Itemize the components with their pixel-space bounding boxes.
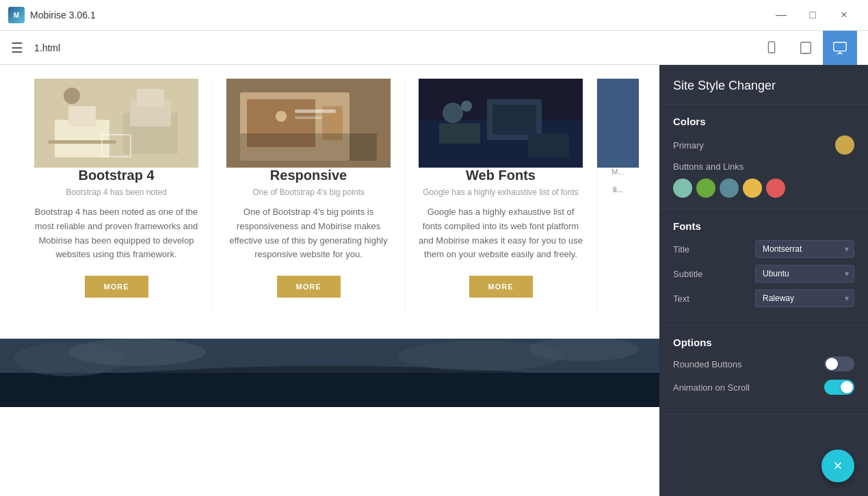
text-font-row: Text Raleway Roboto Open Sans: [673, 289, 854, 307]
buttons-links-row: Buttons and Links: [673, 161, 854, 172]
fonts-section-title: Fonts: [673, 220, 854, 232]
maximize-button[interactable]: □: [797, 0, 828, 31]
card-text-webfonts: Google has a highly exhaustive list of f…: [419, 205, 583, 262]
card-image-webfonts: [419, 79, 583, 168]
svg-point-27: [443, 103, 463, 123]
svg-point-36: [68, 339, 206, 366]
svg-rect-29: [439, 123, 480, 144]
card-subtitle-bootstrap: Bootstrap 4 has been noted: [66, 187, 166, 197]
svg-rect-13: [137, 89, 164, 106]
title-font-select[interactable]: Montserrat Roboto Open Sans Lato: [755, 240, 854, 258]
animation-scroll-thumb: [841, 381, 853, 393]
text-font-select-wrapper: Raleway Roboto Open Sans: [755, 289, 854, 307]
card-image-fourth: [597, 79, 639, 168]
app-title: Mobirise 3.06.1: [30, 10, 96, 21]
svg-rect-22: [295, 116, 322, 119]
card-bootstrap: Bootstrap 4 Bootstrap 4 has been noted B…: [21, 79, 213, 311]
card-title-bootstrap: Bootstrap 4: [78, 168, 154, 183]
svg-point-20: [276, 111, 287, 122]
animation-scroll-track: [824, 380, 854, 395]
animation-scroll-row: Animation on Scroll: [673, 380, 854, 395]
side-panel: Site Style Changer Colors Primary Button…: [659, 65, 868, 496]
svg-point-1: [771, 51, 772, 52]
card-subtitle-webfonts: Google has a highly exhaustive list of f…: [423, 187, 578, 197]
title-font-row: Title Montserrat Roboto Open Sans Lato: [673, 240, 854, 258]
svg-point-28: [461, 101, 472, 112]
svg-point-14: [64, 88, 80, 104]
primary-color-row: Primary: [673, 135, 854, 155]
svg-rect-30: [528, 133, 569, 157]
tablet-view-button[interactable]: [789, 31, 823, 65]
rounded-buttons-thumb: [826, 358, 838, 370]
svg-rect-10: [48, 140, 116, 144]
rounded-buttons-toggle[interactable]: [824, 356, 854, 371]
bottom-section: [0, 339, 659, 407]
card-subtitle-fourth: M...: [611, 168, 624, 176]
svg-rect-2: [801, 42, 811, 53]
text-font-select[interactable]: Raleway Roboto Open Sans: [755, 289, 854, 307]
svg-rect-31: [597, 79, 639, 168]
svg-rect-34: [0, 373, 659, 407]
card-subtitle-responsive: One of Bootstrap 4's big points: [252, 187, 365, 197]
svg-rect-19: [240, 133, 377, 161]
rounded-buttons-row: Rounded Buttons: [673, 356, 854, 371]
color-swatch-gold[interactable]: [743, 179, 762, 198]
title-bar: M Mobirise 3.06.1 — □ ×: [0, 0, 868, 31]
color-swatch-red[interactable]: [766, 179, 785, 198]
svg-rect-26: [492, 105, 536, 135]
cards-section: Bootstrap 4 Bootstrap 4 has been noted B…: [0, 65, 659, 339]
card-webfonts: Web Fonts Google has a highly exhaustive…: [405, 79, 597, 311]
card-text-fourth: li...: [613, 184, 622, 298]
title-bar-left: M Mobirise 3.06.1: [8, 7, 96, 23]
rounded-buttons-track: [824, 356, 854, 371]
card-button-bootstrap[interactable]: MORE: [85, 276, 148, 298]
card-button-responsive[interactable]: MORE: [277, 276, 341, 298]
color-swatch-teal[interactable]: [673, 179, 692, 198]
colors-section: Colors Primary Buttons and Links: [659, 105, 868, 209]
subtitle-font-select[interactable]: Ubuntu Roboto Open Sans: [755, 265, 854, 283]
subtitle-font-label: Subtitle: [673, 269, 702, 279]
card-button-webfonts[interactable]: MORE: [469, 276, 533, 298]
toolbar: ☰ 1.html: [0, 31, 868, 65]
primary-color-swatch[interactable]: [835, 135, 854, 155]
card-title-webfonts: Web Fonts: [466, 168, 536, 183]
color-swatch-slate[interactable]: [720, 179, 739, 198]
card-image-responsive: [226, 79, 391, 168]
mobile-view-button[interactable]: [754, 31, 789, 65]
animation-scroll-label: Animation on Scroll: [673, 382, 750, 393]
primary-color-label: Primary: [673, 140, 704, 151]
color-swatch-green[interactable]: [696, 179, 715, 198]
fonts-section: Fonts Title Montserrat Roboto Open Sans …: [659, 209, 868, 326]
file-name: 1.html: [34, 42, 744, 53]
panel-header: Site Style Changer: [659, 65, 868, 105]
close-button[interactable]: ×: [828, 0, 860, 31]
subtitle-font-row: Subtitle Ubuntu Roboto Open Sans: [673, 265, 854, 283]
device-icons: [754, 31, 857, 65]
app-icon: M: [8, 7, 25, 23]
subtitle-font-select-wrapper: Ubuntu Roboto Open Sans: [755, 265, 854, 283]
options-section-title: Options: [673, 337, 854, 348]
text-font-label: Text: [673, 293, 689, 304]
desktop-view-button[interactable]: [823, 31, 857, 65]
animation-scroll-toggle[interactable]: [824, 380, 854, 395]
svg-point-3: [805, 52, 806, 53]
card-responsive: Responsive One of Bootstrap 4's big poin…: [213, 79, 405, 311]
title-font-label: Title: [673, 244, 689, 254]
svg-rect-9: [68, 106, 96, 127]
content-area: Bootstrap 4 Bootstrap 4 has been noted B…: [0, 65, 659, 496]
svg-rect-4: [834, 42, 846, 51]
svg-rect-21: [295, 109, 336, 113]
minimize-button[interactable]: —: [765, 0, 797, 31]
card-fourth: M... li...: [597, 79, 639, 311]
main-layout: Bootstrap 4 Bootstrap 4 has been noted B…: [0, 65, 868, 496]
panel-title: Site Style Changer: [673, 79, 776, 92]
buttons-links-label: Buttons and Links: [673, 161, 744, 172]
card-text-responsive: One of Bootstrap 4's big points is respo…: [226, 205, 391, 262]
colors-section-title: Colors: [673, 116, 854, 127]
hamburger-icon[interactable]: ☰: [11, 40, 23, 56]
card-image-bootstrap: [34, 79, 198, 168]
rounded-buttons-label: Rounded Buttons: [673, 359, 741, 369]
title-bar-controls: — □ ×: [765, 0, 860, 31]
options-section: Options Rounded Buttons Animation on Scr…: [659, 326, 868, 415]
color-swatches-row: [673, 179, 854, 198]
